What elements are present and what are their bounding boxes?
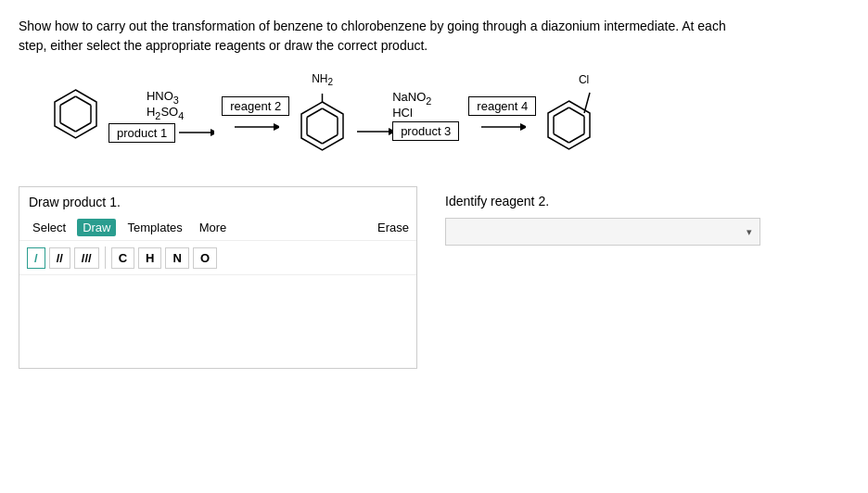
instructions: Show how to carry out the transformation… <box>19 17 825 56</box>
step2-arrow-box: NaNO2 HCl product 3 <box>355 90 461 142</box>
single-bond-tool[interactable]: / <box>27 247 45 269</box>
product1-box: product 1 <box>108 123 175 143</box>
instruction-line2: step, either select the appropriate reag… <box>19 38 428 53</box>
bottom-section: Draw product 1. Select Draw Templates Mo… <box>19 186 849 369</box>
dropdown-arrow-icon: ▾ <box>747 226 752 238</box>
carbon-tool[interactable]: C <box>111 247 134 269</box>
draw-button[interactable]: Draw <box>77 219 116 236</box>
step2b-arrow-box: reagent 4 <box>468 96 536 134</box>
step1-reagent1-hno3: HNO3 <box>147 89 179 106</box>
oxygen-tool[interactable]: O <box>193 247 217 269</box>
more-button[interactable]: More <box>194 219 233 236</box>
templates-button[interactable]: Templates <box>121 219 187 236</box>
erase-button[interactable]: Erase <box>377 221 409 234</box>
double-bond-tool[interactable]: // <box>49 247 70 269</box>
svg-marker-8 <box>211 129 214 136</box>
nitrogen-tool[interactable]: N <box>165 247 188 269</box>
reagent2-select[interactable] <box>446 225 747 239</box>
nh2-label: NH2 <box>312 72 333 87</box>
identify-panel: Identify reagent 2. ▾ <box>445 186 849 246</box>
step1-reagent1-h2so4: H2SO4 <box>147 105 184 121</box>
chlorobenzene-molecule: Cl <box>543 73 594 158</box>
reaction-diagram: HNO3 H2SO4 product 1 reagent 2 NH2 <box>19 72 849 158</box>
select-button[interactable]: Select <box>27 219 71 236</box>
step1-arrow-box: HNO3 H2SO4 product 1 <box>108 89 214 143</box>
reagent4-box: reagent 4 <box>468 96 536 116</box>
product3-box: product 3 <box>392 121 459 141</box>
page: Show how to carry out the transformation… <box>0 0 868 378</box>
draw-panel-title: Draw product 1. <box>19 187 416 215</box>
aniline-molecule: NH2 <box>297 72 348 158</box>
step2-reagent-hcl: HCl <box>392 106 413 120</box>
hydrogen-tool[interactable]: H <box>138 247 161 269</box>
draw-canvas[interactable] <box>19 275 416 368</box>
cl-label: Cl <box>579 73 589 86</box>
svg-marker-10 <box>274 123 279 131</box>
reagent2-box: reagent 2 <box>222 96 289 116</box>
triple-bond-tool[interactable]: /// <box>74 247 99 269</box>
benzene-molecule <box>50 85 101 145</box>
step1b-arrow-box: reagent 2 <box>222 96 289 134</box>
draw-panel: Draw product 1. Select Draw Templates Mo… <box>19 186 417 369</box>
draw-tools-row: / // /// C H N O <box>19 241 416 275</box>
tool-divider-1 <box>105 246 106 269</box>
instruction-line1: Show how to carry out the transformation… <box>19 19 726 33</box>
step2-reagent-nano2: NaNO2 <box>392 90 431 107</box>
identify-dropdown[interactable]: ▾ <box>445 218 760 246</box>
draw-toolbar: Select Draw Templates More Erase <box>19 215 416 241</box>
identify-title: Identify reagent 2. <box>445 186 849 209</box>
svg-marker-22 <box>520 123 526 131</box>
